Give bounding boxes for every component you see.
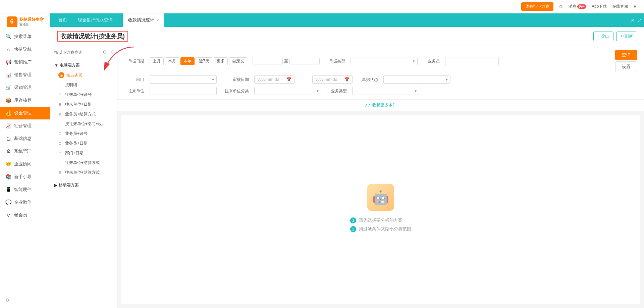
schema-item-unit-account[interactable]: ⊟ 往来单位+账号 [50, 90, 117, 100]
counterparty-input[interactable]: ··· [150, 87, 217, 95]
schema-item-salesperson-settle[interactable]: ⊠ 业务员+结算方式 [50, 109, 117, 119]
tab-bar: 首页 现金银行流水查询 ✕ 收款情况统计 ✕ ✕ ⤢ [50, 13, 644, 27]
schema-item-label: 往来单位+结算方式 [65, 170, 100, 175]
sidebar-item-collab[interactable]: 🤝 企业协同 [0, 158, 50, 170]
filter-area: 单据日期 上月 本月 本年 近7天 更多 自定义 2023-01-01 至 [117, 46, 644, 99]
tab-collections-close[interactable]: ✕ [156, 18, 159, 22]
review-date-from-placeholder: yyyy-mm-dd [257, 77, 279, 82]
tab-cashflow-label: 现金银行流水查询 [78, 17, 113, 23]
sidebar-item-label: 库存核算 [14, 97, 32, 103]
sidebar-item-basicinfo[interactable]: 🗂 基础信息 [0, 132, 50, 145]
sidebar-item-guide[interactable]: 📚 新手引导 [0, 170, 50, 183]
left-panel-header: 按以下方案查询 + ⚙ 《 [50, 46, 117, 59]
sidebar-item-member[interactable]: V 畅会员 [0, 209, 50, 221]
schema-item-label: 按业务员 [66, 72, 83, 78]
business-type-select-wrap: ▼ [352, 87, 419, 95]
sidebar-item-sysadmin[interactable]: ⚙ 系统管理 [0, 145, 50, 158]
schema-item-by-salesperson[interactable]: ◉ 按业务员 [50, 70, 117, 80]
date-from-input[interactable]: 2023-01-01 [253, 58, 283, 64]
business-type-select[interactable] [352, 87, 419, 95]
sidebar-item-label: 快捷导航 [14, 46, 32, 52]
schema-item-by-detail[interactable]: ⊞ 按明细 [50, 80, 117, 90]
add-scheme-button[interactable]: + [99, 49, 101, 55]
schema-item-unit-settle1[interactable]: ⊞ 往来单位+结算方式 [50, 158, 117, 168]
item-icon: ⊟ [58, 93, 63, 97]
date-btn-this-month[interactable]: 本月 [165, 57, 179, 65]
sidebar-item-search[interactable]: 🔍 搜索菜单 [0, 30, 50, 43]
online-support[interactable]: 在线客服 [612, 4, 628, 9]
sidebar-item-sales[interactable]: 📊 销售管理 [0, 68, 50, 81]
tab-home[interactable]: 首页 [53, 17, 72, 23]
tab-cashflow-close[interactable]: ✕ [115, 18, 117, 22]
date-btn-7days[interactable]: 近7天 [196, 57, 212, 65]
schema-item-unit-date[interactable]: ⊟ 往来单位+日期 [50, 100, 117, 109]
dept-select[interactable] [150, 75, 217, 84]
schema-group-desktop-title[interactable]: ▼ 电脑端方案 [50, 60, 117, 70]
filter-actions: 查询 设置 [615, 50, 637, 72]
gear-icon[interactable]: ⚙ [559, 4, 563, 9]
logo-text: 畅捷通好生意 标准版 [19, 17, 44, 27]
trial-button[interactable]: 体验行业方案 [521, 2, 553, 11]
scheme-settings-icon[interactable]: ⚙ [103, 49, 107, 55]
schema-item-dept-date[interactable]: ⊙ 部门+日期 [50, 148, 117, 158]
salesperson-more-icon[interactable]: ··· [492, 59, 496, 63]
sidebar-item-hardware[interactable]: 📱 智能硬件 [0, 183, 50, 196]
tab-maximize-button[interactable]: ⤢ [637, 17, 641, 23]
collapse-bar[interactable]: ∧∧ 收起更多条件 [117, 99, 644, 111]
sidebar-item-marketing[interactable]: 📢 营销推广 [0, 56, 50, 68]
schema-item-salesperson-account[interactable]: ⊡ 业务员+账号 [50, 129, 117, 139]
sidebar-item-label: 营销推广 [14, 59, 32, 65]
date-btn-this-year[interactable]: 本年 [180, 57, 195, 65]
query-button[interactable]: 查询 [615, 50, 637, 60]
doc-type-select[interactable] [351, 57, 418, 65]
review-date-to-input[interactable]: yyyy-mm-dd 📅 [312, 75, 353, 84]
settings-button[interactable]: 设置 [615, 61, 637, 72]
salesperson-input[interactable]: ··· [445, 57, 499, 65]
counterparty-more-icon[interactable]: ··· [210, 89, 214, 93]
date-to-input[interactable]: 2023-12-31 [289, 58, 320, 64]
sales-icon: 📊 [5, 72, 11, 78]
filter-row-3: 往来单位 ··· 往来单位分类 ▼ 业务类型 [124, 87, 637, 95]
sidebar-item-finance[interactable]: 💰 资金管理 [0, 107, 50, 119]
messages-label: 消息99+ [569, 4, 586, 9]
sidebar-item-label: 企业协同 [14, 161, 32, 167]
hardware-icon: 📱 [5, 187, 11, 193]
refresh-icon: ↻ [621, 34, 624, 39]
export-button[interactable]: ↑ 导出 [593, 32, 613, 41]
tab-close-all-button[interactable]: ✕ [631, 17, 635, 23]
doc-type-select-wrap: ▼ [351, 57, 418, 65]
tab-collections-label: 收款情况统计 [128, 17, 154, 23]
right-panel: 单据日期 上月 本月 本年 近7天 更多 自定义 2023-01-01 至 [117, 46, 644, 308]
schema-item-label: 业务员+账号 [65, 131, 88, 137]
schema-item-salesperson-date[interactable]: ⊙ 业务员+日期 [50, 139, 117, 148]
sidebar-item-label: 智能硬件 [14, 187, 32, 193]
tab-collections[interactable]: 收款情况统计 ✕ [123, 13, 164, 27]
date-btn-more[interactable]: 更多 [214, 57, 228, 65]
sidebar-item-quicknav[interactable]: ⌂ 快捷导航 [0, 43, 50, 56]
tab-cashflow[interactable]: 现金银行流水查询 ✕ [72, 13, 123, 27]
empty-state: 🤖 1 请先选择要分析的方案 2 用过滤条件来缩小分析范围 [121, 115, 640, 304]
review-date-from-input[interactable]: yyyy-mm-dd 📅 [254, 75, 294, 84]
app-download[interactable]: App下载 [592, 4, 607, 9]
doc-status-select[interactable] [383, 75, 450, 84]
counterparty-category-select[interactable] [254, 87, 321, 95]
sidebar-item-purchase[interactable]: 🛒 采购管理 [0, 81, 50, 94]
review-date-label: 审核日期 [222, 77, 249, 83]
date-range: 2023-01-01 至 2023-12-31 [253, 58, 320, 64]
schema-item-unit-settle2[interactable]: ⊟ 往来单位+结算方式 [50, 168, 117, 177]
calendar-icon: 📅 [344, 77, 350, 82]
sidebar-settings[interactable]: ⚙ [0, 295, 50, 305]
schema-item-unit-dept-collect[interactable]: ⊟ 按往来单位+部门+收... [50, 119, 117, 129]
sidebar-logo: 6 畅捷通好生意 标准版 [0, 13, 50, 30]
sidebar-item-operations[interactable]: 📈 经营管理 [0, 119, 50, 132]
schema-group-mobile-title[interactable]: ▶ 移动端方案 [50, 180, 117, 190]
collapse-panel-icon[interactable]: 《 [108, 49, 113, 55]
left-panel-actions: + ⚙ 《 [99, 49, 113, 55]
doc-type-label: 单据类型 [325, 58, 345, 64]
date-btn-custom[interactable]: 自定义 [229, 57, 247, 65]
refresh-button[interactable]: ↻ 刷新 [616, 32, 637, 41]
date-btn-last-month[interactable]: 上月 [150, 57, 164, 65]
tip-num-1: 1 [350, 217, 356, 223]
sidebar-item-inventory[interactable]: 📦 库存核算 [0, 94, 50, 107]
sidebar-item-wechat[interactable]: 💬 企业微信 [0, 196, 50, 209]
